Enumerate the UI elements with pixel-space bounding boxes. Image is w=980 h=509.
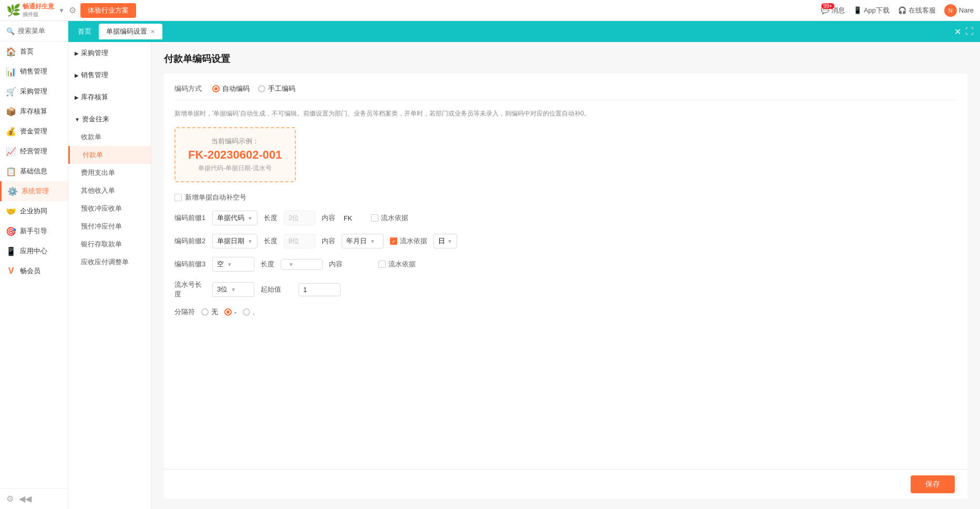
app-label: App下载 bbox=[864, 6, 890, 15]
sec-item-prepay-pay[interactable]: 预付冲应付单 bbox=[68, 217, 151, 235]
sec-group-title-purchase[interactable]: ▶ 采购管理 bbox=[68, 44, 151, 62]
sec-group-title-inventory[interactable]: ▶ 库存核算 bbox=[68, 88, 151, 106]
prefix3-serial-checkbox-wrap[interactable]: 流水依据 bbox=[378, 259, 416, 269]
sec-group-label-capital: 资金往来 bbox=[82, 115, 109, 124]
serial-length-label: 流水号长度 bbox=[174, 280, 206, 299]
top-bar: 🌿 畅通好生意 插件版 ▼ ⚙ 体验行业方案 💬 99+ 消息 📱 App下载 … bbox=[0, 0, 980, 21]
message-badge: 99+ bbox=[821, 3, 834, 9]
sec-item-adjust[interactable]: 应收应付调整单 bbox=[68, 253, 151, 271]
info-text: 新增单据时，'单据编码'自动生成，不可编辑。前缀设置为部门、业务员等档案类，开单… bbox=[174, 109, 957, 119]
maximize-icon[interactable]: ⛶ bbox=[965, 27, 974, 36]
prefix1-content-label: 内容 bbox=[322, 213, 335, 223]
message-item[interactable]: 💬 99+ 消息 bbox=[821, 6, 845, 15]
sep-dash-radio[interactable]: - bbox=[224, 308, 236, 316]
system-icon: ⚙️ bbox=[8, 186, 17, 196]
minimize-icon[interactable]: ✕ bbox=[954, 27, 961, 37]
auto-fill-checkbox[interactable] bbox=[174, 194, 182, 201]
radio-manual[interactable]: 手工编码 bbox=[258, 84, 295, 94]
sidebar-item-sales[interactable]: 📊 销售管理 bbox=[0, 61, 68, 81]
prefix3-content-label: 内容 bbox=[329, 259, 343, 269]
prefix3-value-select[interactable]: 空 ▼ bbox=[212, 257, 254, 272]
prefix2-value-select[interactable]: 单据日期 ▼ bbox=[212, 234, 257, 248]
sidebar-item-label-basic: 基础信息 bbox=[20, 167, 47, 176]
prefix2-serial-checkbox-wrap[interactable]: ✓ 流水依据 bbox=[390, 236, 427, 246]
start-value-input[interactable] bbox=[298, 283, 341, 296]
sec-item-receipt[interactable]: 收款单 bbox=[68, 128, 151, 146]
prefix3-length-select[interactable]: ▼ bbox=[281, 259, 323, 270]
tab-encoding[interactable]: 单据编码设置 ✕ bbox=[99, 24, 162, 39]
sec-group-capital: ▼ 资金往来 收款单 付款单 费用支出单 其他收入单 bbox=[68, 108, 151, 273]
prefix1-serial-checkbox[interactable] bbox=[371, 214, 378, 222]
sidebar-item-app[interactable]: 📱 应用中心 bbox=[0, 241, 68, 261]
serial-length-select[interactable]: 3位 ▼ bbox=[212, 282, 254, 297]
prefix1-chevron-icon: ▼ bbox=[247, 215, 253, 221]
guide-icon: 🎯 bbox=[6, 226, 16, 236]
auto-fill-row[interactable]: 新增单据自动补空号 bbox=[174, 193, 957, 202]
sec-item-payment[interactable]: 付款单 bbox=[68, 146, 151, 164]
prefix1-serial-checkbox-wrap[interactable]: 流水依据 bbox=[371, 213, 408, 223]
prefix1-value-select[interactable]: 单据代码 ▼ bbox=[212, 211, 257, 225]
tab-home-label: 首页 bbox=[78, 27, 91, 36]
save-button[interactable]: 保存 bbox=[911, 475, 955, 493]
sidebar-item-management[interactable]: 📈 经营管理 bbox=[0, 141, 68, 161]
prefix2-serial-checkbox[interactable]: ✓ bbox=[390, 237, 397, 245]
prefix2-value-text: 单据日期 bbox=[217, 236, 244, 246]
sidebar-item-purchase[interactable]: 🛒 采购管理 bbox=[0, 81, 68, 101]
tab-bar-right: ✕ ⛶ bbox=[954, 27, 978, 37]
main-panel: 付款单编码设置 编码方式 自动编码 bbox=[151, 42, 980, 509]
brand: 🌿 畅通好生意 插件版 bbox=[6, 2, 54, 18]
radio-auto[interactable]: 自动编码 bbox=[212, 84, 250, 94]
preview-label: 当前编码示例： bbox=[188, 137, 282, 146]
sidebar-item-guide[interactable]: 🎯 新手引导 bbox=[0, 221, 68, 241]
prefix3-serial-checkbox[interactable] bbox=[378, 261, 386, 268]
sidebar-item-label-enterprise: 企业协同 bbox=[20, 206, 47, 216]
radio-auto-circle bbox=[212, 85, 220, 92]
sep-dot-radio[interactable]: . bbox=[243, 308, 255, 316]
encoding-method-label: 编码方式 bbox=[174, 84, 202, 94]
collapse-icon[interactable]: ◀◀ bbox=[19, 494, 32, 504]
prefix3-value-text: 空 bbox=[217, 259, 224, 269]
settings-bottom-icon[interactable]: ⚙ bbox=[6, 494, 14, 504]
sidebar-item-finance[interactable]: 💰 资金管理 bbox=[0, 121, 68, 141]
prefix3-serial-label: 流水依据 bbox=[388, 259, 416, 269]
prefix2-day-select[interactable]: 日 ▼ bbox=[434, 234, 457, 248]
sidebar-item-inventory[interactable]: 📦 库存核算 bbox=[0, 101, 68, 121]
sep-none-radio[interactable]: 无 bbox=[201, 307, 218, 317]
sidebar-item-basic[interactable]: 📋 基础信息 bbox=[0, 161, 68, 181]
search-menu[interactable]: 🔍 搜索菜单 bbox=[0, 21, 68, 41]
sidebar-item-enterprise[interactable]: 🤝 企业协同 bbox=[0, 201, 68, 221]
sec-item-prepay-recv[interactable]: 预收冲应收单 bbox=[68, 200, 151, 217]
app-download-item[interactable]: 📱 App下载 bbox=[853, 6, 890, 15]
sidebar-item-member[interactable]: V 畅会员 bbox=[0, 261, 68, 281]
sec-item-other-income[interactable]: 其他收入单 bbox=[68, 182, 151, 200]
prefix2-day-chevron-icon: ▼ bbox=[447, 238, 452, 244]
service-item[interactable]: 🎧 在线客服 bbox=[898, 6, 936, 15]
sec-item-label-other-income: 其他收入单 bbox=[81, 186, 115, 194]
finance-icon: 💰 bbox=[6, 127, 16, 136]
prefix2-content-label: 内容 bbox=[322, 236, 335, 246]
dropdown-arrow-icon[interactable]: ▼ bbox=[58, 7, 65, 14]
sec-group-title-sales[interactable]: ▶ 销售管理 bbox=[68, 66, 151, 84]
sec-item-label-receipt: 收款单 bbox=[81, 133, 101, 141]
gear-icon[interactable]: ⚙ bbox=[69, 5, 76, 15]
sidebar-item-system[interactable]: ⚙️ 系统管理 bbox=[0, 181, 68, 201]
try-button[interactable]: 体验行业方案 bbox=[80, 3, 136, 18]
prefix1-length-value: 2位 bbox=[284, 211, 315, 225]
sec-item-expense[interactable]: 费用支出单 bbox=[68, 164, 151, 182]
tab-home[interactable]: 首页 bbox=[70, 24, 99, 39]
tab-close-icon[interactable]: ✕ bbox=[150, 28, 155, 35]
sec-group-title-capital[interactable]: ▼ 资金往来 bbox=[68, 110, 151, 128]
user-item[interactable]: N Nare bbox=[944, 4, 974, 17]
encoding-method-row: 编码方式 自动编码 手工编码 bbox=[174, 84, 957, 100]
separator-label: 分隔符 bbox=[174, 307, 195, 317]
sidebar-item-home[interactable]: 🏠 首页 bbox=[0, 41, 68, 61]
user-avatar: N bbox=[944, 4, 957, 17]
sec-item-bank[interactable]: 银行存取款单 bbox=[68, 235, 151, 253]
nav-bottom: ⚙ ◀◀ bbox=[0, 488, 68, 509]
prefix3-length-label: 长度 bbox=[261, 259, 274, 269]
sidebar-item-label-app: 应用中心 bbox=[20, 246, 47, 256]
prefix2-content-select[interactable]: 年月日 ▼ bbox=[342, 234, 384, 248]
purchase-icon: 🛒 bbox=[6, 87, 16, 96]
sidebar-item-label-member: 畅会员 bbox=[20, 266, 40, 276]
brand-name: 畅通好生意 bbox=[23, 2, 54, 11]
